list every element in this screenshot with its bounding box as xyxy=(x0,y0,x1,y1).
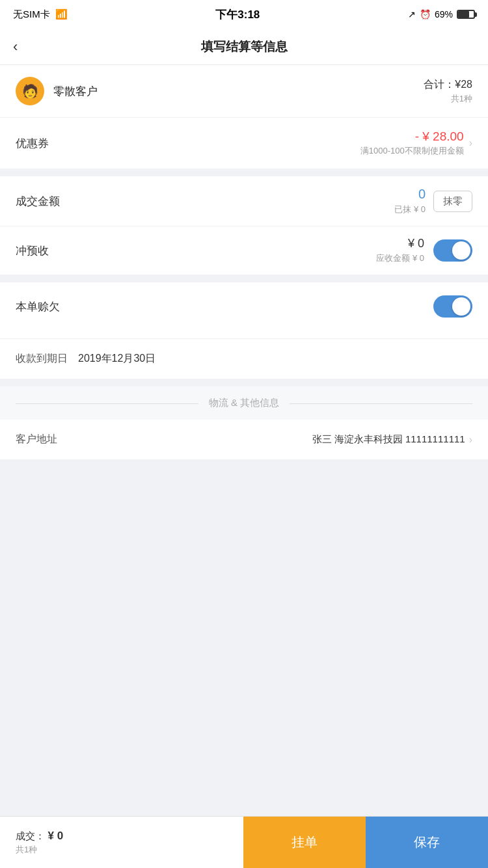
address-right: 张三 海淀永丰科技园 11111111111 › xyxy=(312,433,472,446)
battery-icon xyxy=(457,10,475,19)
transaction-section: 成交金额 0 已抹 ¥ 0 抹零 冲预收 ¥ 0 应收金额 ¥ 0 xyxy=(0,176,488,275)
chevron-right-icon: › xyxy=(469,137,472,149)
transaction-amount-right: 0 已抹 ¥ 0 抹零 xyxy=(394,187,472,215)
credit-section: 本单赊欠 收款到期日 2019年12月30日 xyxy=(0,282,488,379)
already-rounded: 已抹 ¥ 0 xyxy=(394,204,426,215)
coupon-description: 满1000-100不限制使用金额 xyxy=(360,145,464,157)
credit-row-wrapper: 本单赊欠 xyxy=(0,282,488,331)
location-icon: ↗ xyxy=(408,9,416,20)
coupon-label: 优惠券 xyxy=(16,136,49,151)
address-row[interactable]: 客户地址 张三 海淀永丰科技园 11111111111 › xyxy=(0,420,488,459)
coupon-value: - ¥ 28.00 满1000-100不限制使用金额 xyxy=(360,129,464,157)
avatar-icon: 🧑 xyxy=(22,83,38,99)
round-zero-button[interactable]: 抹零 xyxy=(433,191,472,212)
coupon-row[interactable]: 优惠券 - ¥ 28.00 满1000-100不限制使用金额 › xyxy=(0,117,488,169)
prepay-row: 冲预收 ¥ 0 应收金额 ¥ 0 xyxy=(0,226,488,275)
total-amount: 合计：¥28 xyxy=(424,78,472,92)
transaction-amount-row: 成交金额 0 已抹 ¥ 0 抹零 xyxy=(0,176,488,226)
customer-section: 🧑 零散客户 合计：¥28 共1种 优惠券 - ¥ 28.00 满1000-10… xyxy=(0,65,488,169)
battery-percent: 69% xyxy=(435,9,453,20)
status-right: ↗ ⏰ 69% xyxy=(408,9,475,20)
customer-info: 🧑 零散客户 xyxy=(16,77,98,105)
status-bar: 无SIM卡 📶 下午3:18 ↗ ⏰ 69% xyxy=(0,0,488,29)
status-left: 无SIM卡 📶 xyxy=(13,8,68,21)
sim-status: 无SIM卡 xyxy=(13,8,50,21)
avatar: 🧑 xyxy=(16,77,44,105)
bottom-deal-row: 成交： ¥ 0 xyxy=(16,830,228,843)
prepay-amount-wrapper: ¥ 0 应收金额 ¥ 0 xyxy=(376,237,424,264)
customer-row: 🧑 零散客户 合计：¥28 共1种 xyxy=(0,65,488,117)
back-button[interactable]: ‹ xyxy=(13,38,18,55)
prepay-label: 冲预收 xyxy=(16,243,49,258)
credit-row: 本单赊欠 xyxy=(16,295,472,318)
logistics-divider: 物流 & 其他信息 xyxy=(0,387,488,420)
prepay-toggle[interactable] xyxy=(433,239,472,262)
prepay-amount: ¥ 0 xyxy=(376,237,424,251)
bottom-count: 共1种 xyxy=(16,844,228,856)
address-chevron-icon: › xyxy=(469,434,472,446)
bottom-bar: 成交： ¥ 0 共1种 挂单 保存 xyxy=(0,816,488,868)
page-title: 填写结算等信息 xyxy=(201,38,288,55)
bottom-summary: 成交： ¥ 0 共1种 xyxy=(0,830,243,856)
address-section: 客户地址 张三 海淀永丰科技园 11111111111 › xyxy=(0,420,488,459)
due-date-value: 2019年12月30日 xyxy=(78,352,156,366)
transaction-amount-label: 成交金额 xyxy=(16,194,60,209)
address-label: 客户地址 xyxy=(16,433,57,446)
coupon-right: - ¥ 28.00 满1000-100不限制使用金额 › xyxy=(360,129,472,157)
wifi-icon: 📶 xyxy=(55,8,68,20)
save-button[interactable]: 保存 xyxy=(366,817,488,869)
customer-total: 合计：¥28 共1种 xyxy=(424,78,472,105)
main-content: 🧑 零散客户 合计：¥28 共1种 优惠券 - ¥ 28.00 满1000-10… xyxy=(0,65,488,532)
alarm-icon: ⏰ xyxy=(420,9,431,20)
deal-amount: ¥ 0 xyxy=(47,830,63,842)
credit-toggle[interactable] xyxy=(433,295,472,318)
hold-button[interactable]: 挂单 xyxy=(243,817,366,869)
transaction-amount-value: 0 xyxy=(418,187,426,202)
credit-label: 本单赊欠 xyxy=(16,299,60,314)
due-date-row: 收款到期日 2019年12月30日 xyxy=(0,338,488,379)
total-count: 共1种 xyxy=(424,93,472,105)
due-date-label: 收款到期日 xyxy=(16,352,68,366)
logistics-label: 物流 & 其他信息 xyxy=(198,397,290,409)
credit-toggle-circle xyxy=(452,297,470,316)
address-value: 张三 海淀永丰科技园 11111111111 xyxy=(312,433,465,446)
deal-label: 成交： xyxy=(16,830,45,841)
status-time: 下午3:18 xyxy=(215,7,260,22)
prepay-right: ¥ 0 应收金额 ¥ 0 xyxy=(376,237,472,264)
nav-bar: ‹ 填写结算等信息 xyxy=(0,29,488,65)
customer-name: 零散客户 xyxy=(53,84,98,99)
amount-wrapper: 0 已抹 ¥ 0 xyxy=(394,187,426,215)
prepay-receivable: 应收金额 ¥ 0 xyxy=(376,252,424,264)
coupon-amount: - ¥ 28.00 xyxy=(415,129,464,143)
toggle-circle xyxy=(452,241,470,260)
